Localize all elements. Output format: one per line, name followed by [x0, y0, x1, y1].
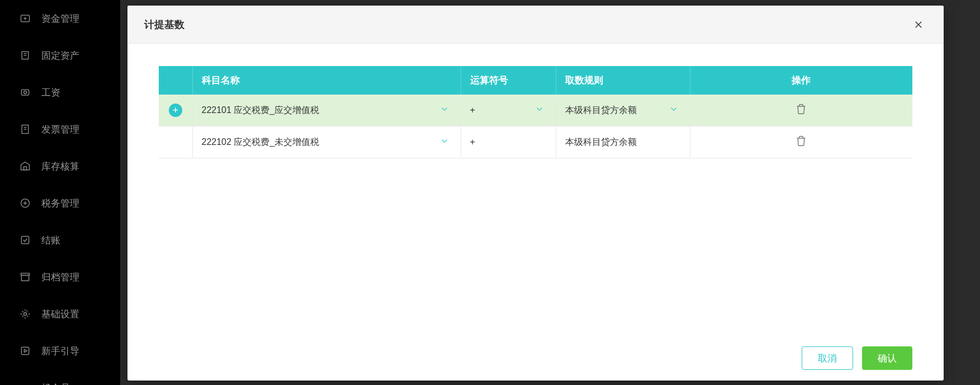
accrual-table: 科目名称 运算符号 取数规则 操作 + 222101 应交税费_应交增值税 — [159, 66, 912, 158]
operator-text: + — [470, 137, 475, 147]
sidebar-item-member[interactable]: 畅会员 — [0, 369, 120, 385]
svg-rect-14 — [21, 275, 29, 281]
vip-icon — [19, 382, 31, 385]
accrual-base-modal: 计提基数 科目名称 运算符号 取数规则 操作 + — [127, 6, 944, 381]
sidebar-label: 工资 — [41, 86, 60, 99]
delete-button[interactable] — [796, 135, 807, 147]
salary-icon — [19, 86, 31, 98]
operator-cell[interactable]: + — [461, 126, 556, 158]
chevron-down-icon[interactable] — [534, 104, 545, 116]
invoice-icon — [19, 123, 31, 135]
sidebar-item-closing[interactable]: 结账 — [0, 222, 120, 259]
sidebar-item-tax[interactable]: 税务管理 — [0, 185, 120, 222]
operator-cell[interactable]: + — [461, 95, 556, 126]
chevron-down-icon[interactable] — [669, 104, 679, 116]
sidebar-item-settings[interactable]: 基础设置 — [0, 295, 120, 332]
rule-cell[interactable]: 本级科目贷方余额 — [556, 126, 690, 158]
header-add — [159, 66, 192, 95]
sidebar-item-inventory[interactable]: 库存核算 — [0, 148, 120, 185]
svg-point-16 — [24, 313, 27, 316]
subject-cell[interactable]: 222101 应交税费_应交增值税 — [192, 95, 461, 126]
rule-text: 本级科目贷方余额 — [565, 105, 637, 115]
sidebar-label: 固定资产 — [41, 49, 79, 62]
close-button[interactable] — [910, 16, 927, 33]
archive-icon — [19, 271, 31, 283]
svg-rect-11 — [24, 167, 27, 170]
sidebar-label: 基础设置 — [41, 308, 79, 321]
sidebar-label: 新手引导 — [41, 345, 79, 358]
building-icon — [19, 49, 31, 62]
svg-marker-18 — [24, 350, 27, 353]
sidebar-label: 库存核算 — [41, 160, 79, 173]
header-subject: 科目名称 — [192, 66, 461, 95]
sidebar-label: 资金管理 — [41, 12, 79, 25]
closing-icon — [19, 234, 31, 246]
subject-cell[interactable]: 222102 应交税费_未交增值税 — [192, 126, 461, 158]
subject-text: 222102 应交税费_未交增值税 — [202, 137, 320, 147]
subject-text: 222101 应交税费_应交增值税 — [202, 105, 320, 115]
svg-rect-15 — [21, 273, 30, 275]
sidebar-item-invoice[interactable]: 发票管理 — [0, 111, 120, 148]
modal-body: 科目名称 运算符号 取数规则 操作 + 222101 应交税费_应交增值税 — [127, 44, 944, 336]
chevron-down-icon[interactable] — [439, 136, 449, 148]
add-row-button[interactable]: + — [169, 104, 182, 117]
rule-cell[interactable]: 本级科目贷方余额 — [556, 95, 690, 126]
modal-header: 计提基数 — [127, 6, 944, 44]
gear-icon — [19, 308, 31, 320]
operator-text: + — [470, 105, 475, 115]
sidebar-label: 畅会员 — [41, 382, 70, 386]
sidebar-label: 结账 — [41, 234, 60, 247]
header-rule: 取数规则 — [556, 66, 690, 95]
sidebar-nav: 资金管理 固定资产 工资 发票管理 库存核算 税务管理 结账 — [0, 0, 120, 385]
guide-icon — [19, 345, 31, 357]
modal-footer: 取消 确认 — [127, 336, 944, 381]
modal-title: 计提基数 — [144, 18, 184, 31]
inventory-icon — [19, 160, 31, 172]
sidebar-label: 税务管理 — [41, 197, 79, 210]
chevron-down-icon[interactable] — [439, 104, 449, 116]
svg-point-7 — [24, 91, 27, 94]
sidebar-label: 发票管理 — [41, 123, 79, 136]
header-action: 操作 — [690, 66, 912, 95]
sidebar-item-fixed-assets[interactable]: 固定资产 — [0, 37, 120, 74]
sidebar-item-guide[interactable]: 新手引导 — [0, 332, 120, 369]
table-row[interactable]: + 222101 应交税费_应交增值税 + — [159, 95, 912, 126]
table-row[interactable]: 222102 应交税费_未交增值税 + 本级科目贷方余额 — [159, 126, 912, 158]
rule-text: 本级科目贷方余额 — [565, 137, 637, 147]
header-operator: 运算符号 — [461, 66, 556, 95]
tax-icon — [19, 197, 31, 209]
sidebar-item-funds[interactable]: 资金管理 — [0, 0, 120, 37]
sidebar-label: 归档管理 — [41, 271, 79, 284]
sidebar-item-salary[interactable]: 工资 — [0, 74, 120, 111]
cancel-button[interactable]: 取消 — [802, 346, 853, 370]
svg-rect-6 — [21, 90, 29, 95]
sidebar-item-archive[interactable]: 归档管理 — [0, 259, 120, 295]
funds-icon — [19, 12, 31, 25]
delete-button[interactable] — [796, 104, 807, 115]
confirm-button[interactable]: 确认 — [862, 346, 912, 370]
svg-rect-13 — [21, 236, 29, 243]
